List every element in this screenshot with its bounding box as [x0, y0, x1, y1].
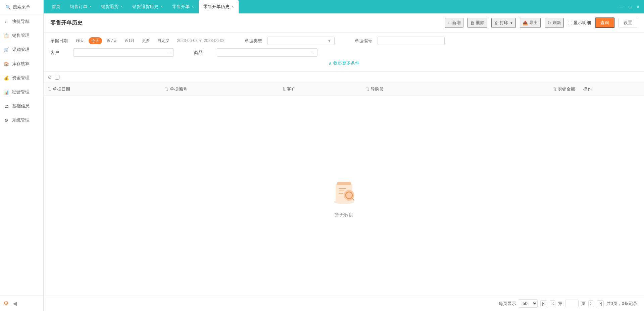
tab-sales-return-history-close[interactable]: × [160, 4, 163, 9]
sidebar-item-quick-nav[interactable]: ⌂ 快捷导航 [0, 14, 43, 29]
per-page-label: 每页显示 [499, 301, 516, 307]
empty-state: 暂无数据 [44, 96, 644, 296]
table-settings-icon[interactable]: ⚙ [48, 74, 52, 80]
filter-order-type-group: 单据类型 ▼ [245, 37, 335, 45]
per-page-select[interactable]: 50 100 200 [519, 299, 538, 308]
customer-label: 客户 [50, 50, 70, 56]
last-page-btn[interactable]: >| [597, 300, 603, 307]
date-btn-last7days[interactable]: 近7天 [104, 37, 120, 44]
sidebar-search[interactable]: 🔍 搜索采单 [0, 0, 43, 14]
page-number-input[interactable]: 1 [565, 300, 579, 307]
tab-home-label: 首页 [52, 4, 60, 10]
sidebar-item-label-sales: 销售管理 [12, 33, 30, 39]
col-actions-label: 操作 [583, 87, 592, 92]
tab-sales-return-label: 销货退货 [101, 4, 118, 10]
col-customer: ⇅ 客户 [278, 83, 362, 96]
basic-icon: 🗂 [3, 103, 9, 109]
collapse-filter-btn[interactable]: ∧ 收起更多条件 [50, 60, 637, 66]
date-btn-yesterday[interactable]: 昨天 [73, 37, 87, 44]
sidebar-item-finance[interactable]: 💰 资金管理 [0, 71, 43, 85]
delete-button[interactable]: 🗑 删除 [467, 18, 487, 28]
col-date-label: 单据日期 [53, 87, 70, 92]
filter-date-options: 昨天 今天 近7天 近1月 更多 自定义 2023-06-02 至 2023-0… [73, 37, 225, 44]
tab-retail-open-history[interactable]: 零售开单历史 × [199, 0, 239, 13]
sidebar-item-label-operations: 经营管理 [12, 89, 30, 95]
tab-sales-return-history[interactable]: 销货退货历史 × [128, 0, 167, 13]
home-icon: ⌂ [3, 18, 9, 24]
sidebar-item-purchase-mgmt[interactable]: 🛒 采购管理 [0, 43, 43, 57]
order-no-label: 单据编号 [355, 38, 375, 44]
collapse-filter-label: 收起更多条件 [333, 60, 359, 66]
display-detail-checkbox[interactable] [568, 21, 572, 25]
col-amount: ⇅ 实销金额 [462, 83, 579, 96]
customer-dots-icon: ··· [167, 50, 171, 55]
filter-goods-group: 商品 ··· [194, 48, 317, 57]
col-guide-label: 导购员 [370, 87, 384, 92]
date-btn-today[interactable]: 今天 [89, 37, 102, 44]
search-button[interactable]: 查询 [595, 17, 614, 28]
tab-retail-open[interactable]: 零售开单 × [167, 0, 199, 13]
export-icon: 📤 [523, 20, 528, 25]
filter-area: 单据日期 昨天 今天 近7天 近1月 更多 自定义 2023-06-02 至 2… [44, 33, 644, 72]
tab-home[interactable]: 首页 [47, 0, 65, 13]
window-maximize-btn[interactable]: □ [628, 4, 633, 10]
col-amount-label: 实销金额 [558, 87, 575, 92]
col-customer-label: 客户 [287, 87, 296, 92]
goods-select[interactable]: ··· [217, 48, 317, 57]
collapse-sidebar-icon[interactable]: ◀ [13, 300, 17, 307]
tab-sales-return-close[interactable]: × [120, 4, 123, 9]
window-close-btn[interactable]: × [635, 4, 641, 10]
first-page-btn[interactable]: |< [540, 300, 547, 307]
sidebar-item-sales-mgmt[interactable]: 📋 销售管理 [0, 29, 43, 43]
sort-icon-no: ⇅ [165, 87, 168, 92]
order-no-input[interactable] [378, 37, 445, 45]
display-detail-checkbox-label[interactable]: 显示明细 [568, 20, 591, 26]
order-type-select[interactable]: ▼ [267, 37, 335, 45]
table-header: ⇅ 单据日期 ⇅ 单据编号 ⇅ 客户 ⇅ 导购员 [44, 83, 644, 96]
date-btn-custom[interactable]: 自定义 [155, 37, 172, 44]
tab-sales-order-close[interactable]: × [89, 4, 92, 9]
select-all-checkbox[interactable] [55, 75, 59, 80]
sidebar-item-system-mgmt[interactable]: ⚙ 系统管理 [0, 113, 43, 127]
sidebar-item-operations[interactable]: 📊 经营管理 [0, 85, 43, 99]
customer-select[interactable]: ··· [73, 48, 174, 57]
tab-retail-open-close[interactable]: × [192, 4, 194, 9]
next-page-btn[interactable]: > [588, 300, 594, 307]
page-actions: + 新增 🗑 删除 🖨 打印 ▼ 📤 导出 ↻ 刷 [445, 17, 638, 28]
top-right-controls: — □ × [618, 4, 641, 10]
print-icon: 🖨 [494, 20, 498, 25]
date-btn-last1month[interactable]: 近1月 [122, 37, 138, 44]
col-no: ⇅ 单据编号 [161, 83, 278, 96]
date-filter-label: 单据日期 [50, 38, 70, 44]
svg-rect-2 [337, 182, 351, 185]
system-icon: ⚙ [3, 117, 9, 123]
settings-button[interactable]: 设置 [618, 18, 637, 28]
page-title: 零售开单历史 [50, 19, 83, 27]
page-header: 零售开单历史 + 新增 🗑 删除 🖨 打印 ▼ 📤 导出 [44, 13, 644, 33]
window-minimize-btn[interactable]: — [618, 4, 625, 10]
new-button[interactable]: + 新增 [445, 18, 464, 28]
prev-page-btn[interactable]: < [550, 300, 555, 307]
col-date: ⇅ 单据日期 [44, 83, 161, 96]
tab-sales-return[interactable]: 销货退货 × [96, 0, 128, 13]
sidebar-item-inventory[interactable]: 🏠 库存核算 [0, 57, 43, 71]
goods-dots-icon: ··· [311, 50, 314, 55]
tab-sales-order[interactable]: 销售订单 × [65, 0, 96, 13]
plus-icon: + [448, 20, 450, 25]
page-container: 零售开单历史 + 新增 🗑 删除 🖨 打印 ▼ 📤 导出 [44, 13, 644, 311]
export-button[interactable]: 📤 导出 [520, 18, 541, 28]
filter-customer-group: 客户 ··· [50, 48, 174, 57]
order-type-label: 单据类型 [245, 38, 265, 44]
sidebar-item-basic-info[interactable]: 🗂 基础信息 [0, 99, 43, 113]
settings-icon[interactable]: ⚙ [3, 300, 9, 307]
date-btn-more[interactable]: 更多 [139, 37, 153, 44]
search-icon: 🔍 [5, 5, 11, 10]
filter-date-group: 单据日期 昨天 今天 近7天 近1月 更多 自定义 2023-06-02 至 2… [50, 37, 225, 44]
print-button[interactable]: 🖨 打印 ▼ [491, 18, 516, 28]
tab-sales-order-label: 销售订单 [70, 4, 87, 10]
filter-row-2: 客户 ··· 商品 ··· [50, 48, 637, 57]
tab-retail-open-history-close[interactable]: × [232, 4, 234, 9]
goods-label: 商品 [194, 50, 214, 56]
refresh-button[interactable]: ↻ 刷新 [545, 18, 564, 28]
page-label: 第 [558, 301, 562, 307]
